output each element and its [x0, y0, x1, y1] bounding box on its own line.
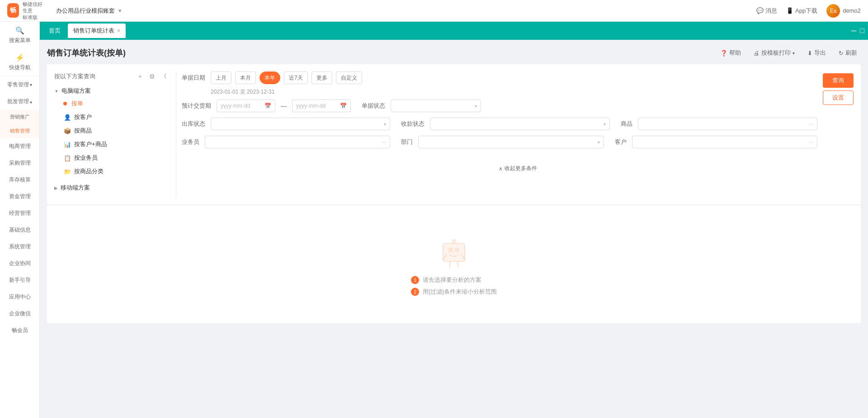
filter-row-expected-date: 预计交货期 yyyy-mm-dd 📅 — yyyy-mm-dd 📅 — [182, 100, 817, 112]
customer-input[interactable]: ··· — [632, 136, 817, 148]
filter-row-status: 出库状态 ▾ 收款状态 ▾ — [182, 118, 817, 130]
scheme-item-bycustprod[interactable]: 📊 按客户+商品 — [54, 138, 169, 151]
tab-bar-actions: ─ □ — [851, 27, 864, 35]
tab-minimize-btn[interactable]: ─ — [851, 27, 856, 35]
staff-dots: ··· — [382, 139, 386, 145]
date-last-month-btn[interactable]: 上月 — [211, 71, 231, 84]
print-btn[interactable]: 🖨 按模板打印 ▾ — [750, 47, 798, 59]
results-area: 1 请先选择要分析的方案 2 用[过滤]条件来缩小分析范围 — [47, 205, 861, 323]
dept-label: 部门 — [401, 138, 413, 146]
receive-status-label: 收款状态 — [401, 120, 425, 128]
sidebar-search-section: 🔍 搜索菜单 ⚡ 快捷导航 — [0, 22, 39, 76]
refresh-btn[interactable]: ↻ 刷新 — [835, 47, 861, 59]
goods-input[interactable]: ··· — [638, 118, 817, 130]
user-menu[interactable]: Ea demo2 — [826, 4, 861, 18]
mobile-group-expand-icon: ▶ — [54, 185, 58, 190]
sidebar-item-basic[interactable]: 基础信息 — [0, 222, 39, 238]
group-expand-icon: ▼ — [54, 89, 59, 94]
empty-illustration — [436, 233, 472, 269]
receive-status-select[interactable]: ▾ — [430, 118, 609, 130]
out-status-select[interactable]: ▾ — [211, 118, 390, 130]
layout: 🔍 搜索菜单 ⚡ 快捷导航 零售管理 ▾ 批发管理 ▴ 营销推广 销售管理 电商 — [0, 0, 868, 418]
date-label: 单据日期 — [182, 74, 205, 82]
query-btn[interactable]: 查询 — [823, 73, 854, 88]
staff-input[interactable]: ··· — [205, 136, 390, 148]
sidebar-item-marketing[interactable]: 营销推广 — [0, 110, 39, 124]
app-download-btn[interactable]: 📱 App下载 — [786, 7, 817, 15]
tab-sales-stat[interactable]: 销售订单统计表 × — [68, 24, 126, 38]
sidebar-item-quicknav[interactable]: ⚡ 快捷导航 — [0, 49, 39, 76]
staff-label: 业务员 — [182, 138, 199, 146]
scheme-item-bycategory[interactable]: 📁 按商品分类 — [54, 165, 169, 178]
message-icon: 💬 — [756, 7, 764, 14]
scheme-item-bycustomer[interactable]: 👤 按客户 — [54, 110, 169, 124]
help-btn[interactable]: ❓ 帮助 — [717, 47, 745, 59]
filter-row-date: 单据日期 上月 本月 本年 近7天 更多 自定义 — [182, 71, 817, 84]
tab-maximize-btn[interactable]: □ — [860, 27, 864, 35]
sidebar-item-sales[interactable]: 销售管理 — [0, 124, 39, 138]
expected-date-start[interactable]: yyyy-mm-dd 📅 — [217, 100, 275, 112]
page: 销售订单统计表(按单) ❓ 帮助 🖨 按模板打印 ▾ ⬇ 导出 — [40, 40, 868, 418]
date-more-btn[interactable]: 更多 — [311, 71, 332, 84]
sidebar-item-finance[interactable]: 资金管理 — [0, 188, 39, 205]
date-7days-btn[interactable]: 近7天 — [284, 71, 308, 84]
date-buttons: 上月 本月 本年 近7天 更多 自定义 — [211, 71, 362, 84]
sidebar-item-member[interactable]: 畅会员 — [0, 322, 39, 339]
sidebar-item-search[interactable]: 🔍 搜索菜单 — [0, 22, 39, 49]
logo: 畅 畅捷信好生意 标准版 — [7, 1, 47, 20]
tab-home[interactable]: 首页 — [43, 24, 66, 38]
empty-tip-2: 2 用[过滤]条件来缩小分析范围 — [411, 288, 496, 296]
print-arrow-icon: ▾ — [793, 51, 795, 56]
sidebar-item-inventory[interactable]: 库存核算 — [0, 171, 39, 188]
sidebar-item-newbie[interactable]: 新手引导 — [0, 272, 39, 289]
date-custom-btn[interactable]: 自定义 — [336, 71, 362, 84]
scheme-collapse-btn[interactable]: 《 — [159, 71, 169, 81]
sidebar-item-purchase[interactable]: 采购管理 — [0, 155, 39, 171]
scheme-group-mobile-title[interactable]: ▶ 移动端方案 — [54, 182, 169, 194]
status-select-arrow: ▾ — [475, 104, 477, 109]
calendar-icon: 📅 — [264, 103, 271, 109]
receive-status-arrow: ▾ — [604, 122, 606, 127]
settings-btn[interactable]: 设置 — [823, 90, 854, 105]
expected-date-end[interactable]: yyyy-mm-dd 📅 — [292, 100, 351, 112]
page-header-actions: ❓ 帮助 🖨 按模板打印 ▾ ⬇ 导出 ↻ 刷新 — [717, 47, 861, 59]
sidebar-item-wholesale[interactable]: 批发管理 ▴ — [0, 93, 39, 110]
retail-arrow-icon: ▾ — [30, 82, 32, 87]
custprod-icon: 📊 — [63, 140, 71, 148]
print-icon: 🖨 — [754, 50, 760, 57]
sidebar-item-retail[interactable]: 零售管理 ▾ — [0, 76, 39, 93]
sidebar-item-system[interactable]: 系统管理 — [0, 238, 39, 255]
date-this-month-btn[interactable]: 本月 — [235, 71, 256, 84]
scheme-item-bystaff[interactable]: 📋 按业务员 — [54, 151, 169, 165]
status-label: 单据状态 — [362, 102, 385, 110]
sidebar-item-enterprise[interactable]: 企业协同 — [0, 255, 39, 272]
scheme-item-byproduct[interactable]: 📦 按商品 — [54, 124, 169, 138]
customer-icon: 👤 — [63, 113, 71, 121]
sidebar-item-business[interactable]: 经营管理 — [0, 205, 39, 222]
date-this-year-btn[interactable]: 本年 — [259, 71, 280, 84]
product-icon: 📦 — [63, 127, 71, 135]
right-filter-panel: 单据日期 上月 本月 本年 近7天 更多 自定义 — [182, 71, 854, 197]
page-header: 销售订单统计表(按单) ❓ 帮助 🖨 按模板打印 ▾ ⬇ 导出 — [47, 47, 861, 59]
scheme-add-btn[interactable]: ＋ — [135, 71, 145, 81]
tab-close-btn[interactable]: × — [117, 28, 120, 34]
calendar-icon2: 📅 — [340, 103, 347, 109]
goods-label: 商品 — [621, 120, 632, 128]
empty-tip-1: 1 请先选择要分析的方案 — [411, 276, 496, 284]
export-btn[interactable]: ⬇ 导出 — [804, 47, 830, 59]
filter-row-staff: 业务员 ··· 部门 ▾ 客户 — [182, 136, 817, 148]
expected-date-label: 预计交货期 — [182, 102, 211, 110]
sidebar-item-wechat[interactable]: 企业微信 — [0, 305, 39, 322]
sidebar-item-ecommerce[interactable]: 电商管理 — [0, 138, 39, 155]
scheme-group-pc-title[interactable]: ▼ 电脑端方案 — [54, 85, 169, 97]
svg-rect-0 — [443, 243, 465, 261]
status-select[interactable]: ▾ — [391, 100, 481, 112]
dept-select[interactable]: ▾ — [418, 136, 604, 148]
sidebar-item-appcenter[interactable]: 应用中心 — [0, 289, 39, 305]
collapse-btn[interactable]: ∧ 收起更多条件 — [493, 163, 542, 174]
nav-dropdown-icon[interactable]: ▾ — [118, 7, 122, 14]
scheme-settings-btn[interactable]: ⚙ — [147, 71, 157, 81]
message-btn[interactable]: 💬 消息 — [756, 7, 777, 15]
scheme-item-byorder[interactable]: 按单 — [54, 97, 169, 110]
svg-line-7 — [449, 261, 450, 267]
